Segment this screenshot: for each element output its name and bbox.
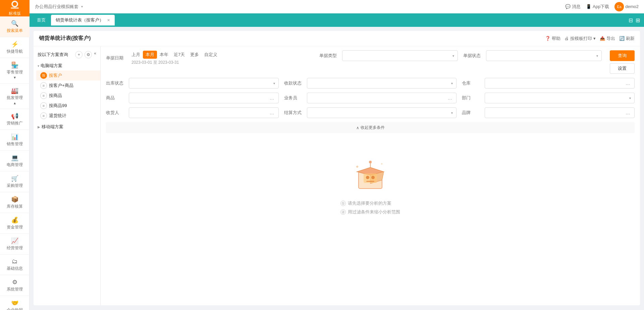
receipt-status-control[interactable]: ▾ [307, 78, 457, 89]
staff-control[interactable]: … [307, 93, 457, 103]
sidebar-item-quicknav[interactable]: ⚡ 快捷导航 [0, 37, 30, 58]
sidebar-logo: 标准版 [0, 0, 30, 16]
scheme-item-bygoods99[interactable]: ≡ 按商品99 [36, 101, 100, 111]
sidebar-marketing-label: 营销推广 [7, 120, 23, 126]
date-btn-thisyear[interactable]: 本年 [157, 50, 171, 59]
system-icon: ⚙ [12, 278, 17, 286]
brand-dots: … [626, 110, 631, 115]
scheme-add-btn[interactable]: + [75, 51, 83, 58]
out-status-control[interactable]: ▾ [129, 78, 279, 89]
scheme-collapse-btn[interactable]: « [94, 51, 96, 58]
svg-text:✦: ✦ [380, 162, 383, 166]
message-label: 消息 [572, 4, 581, 10]
inventory-icon: 📦 [11, 196, 18, 203]
order-type-label: 单据类型 [319, 53, 339, 59]
tab-minimize-btn[interactable]: ⊟ [629, 17, 633, 23]
tab-maximize-btn[interactable]: ⊞ [636, 17, 640, 23]
scheme-tools: + ⚙ « [75, 51, 96, 58]
sidebar-item-inventory[interactable]: 📦 库存核算 [0, 192, 30, 213]
date-btn-7days[interactable]: 近7天 [171, 50, 187, 59]
filter-row-3: 商品 … 业务员 … [106, 93, 635, 103]
scheme-item-bygoods[interactable]: ≡ 按商品 [36, 91, 100, 101]
purchase-icon: 🛒 [11, 175, 18, 182]
order-status-control[interactable]: ▾ [486, 50, 602, 61]
scheme-item-bycustomergoods[interactable]: ≡ 按客户+商品 [36, 81, 100, 91]
recipient-dots: … [270, 110, 275, 115]
order-type-control[interactable]: ▾ [342, 50, 458, 61]
sidebar-item-base[interactable]: 🗂 基础信息 [0, 255, 30, 275]
sidebar-ecom-label: 电商管理 [7, 162, 23, 168]
tabbar: 首页 销货单统计表（按客户） ✕ ⊟ ⊞ [30, 13, 644, 27]
query-btn[interactable]: 查询 [610, 50, 635, 61]
receipt-status-label: 收款状态 [284, 80, 304, 86]
help-btn[interactable]: ❓ 帮助 [545, 36, 560, 42]
scheme-item-bygoods99-label: 按商品99 [49, 103, 67, 109]
user-menu[interactable]: Ea demo2 [614, 2, 639, 11]
department-field: 部门 ▾ [462, 93, 635, 103]
sidebar-search-label: 搜索菜单 [7, 28, 23, 34]
warehouse-control[interactable]: … [485, 78, 635, 89]
date-btn-lastmonth[interactable]: 上月 [129, 50, 143, 59]
date-btn-more[interactable]: 更多 [187, 50, 202, 59]
recipient-control[interactable]: … [129, 107, 279, 118]
ecom-icon: 💻 [11, 154, 18, 161]
sidebar-wholesale-label: 批发管理 [7, 95, 23, 101]
tab-home[interactable]: 首页 [32, 15, 50, 25]
topbar-dropdown-arrow[interactable]: ▾ [81, 5, 83, 8]
sidebar-item-purchase[interactable]: 🛒 采购管理 [0, 171, 30, 192]
sidebar-item-system[interactable]: ⚙ 系统管理 [0, 275, 30, 296]
scheme-settings-btn[interactable]: ⚙ [85, 51, 92, 58]
sidebar-item-ecom[interactable]: 💻 电商管理 [0, 151, 30, 171]
sidebar-purchase-label: 采购管理 [7, 183, 23, 189]
page-title: 销货单统计表(按客户) [39, 35, 91, 42]
sidebar-item-enterprise[interactable]: 🤝 企业协同 [0, 296, 30, 310]
sidebar-item-finance[interactable]: 💰 资金管理 [0, 213, 30, 234]
scheme-item-returns[interactable]: ≡ 退货统计 [36, 111, 100, 121]
operations-icon: 📈 [11, 237, 18, 245]
main-area: 办公用品行业模拟账套 ▾ 💬 消息 📱 App下载 Ea demo2 首页 [30, 0, 644, 310]
logo-text: 标准版 [9, 11, 21, 16]
app-download-label: App下载 [593, 4, 609, 10]
sidebar-inventory-label: 库存核算 [7, 204, 23, 209]
date-label: 单据日期 [106, 55, 126, 61]
print-btn[interactable]: 🖨 按模板打印 ▾ [565, 36, 596, 42]
app-download-btn[interactable]: 📱 App下载 [586, 4, 609, 10]
scheme-items-desktop: 按 按客户 ≡ 按客户+商品 ≡ 按商品 [34, 70, 100, 121]
settings-btn[interactable]: 设置 [610, 63, 635, 74]
scheme-group-desktop-label: 电脑端方案 [41, 63, 62, 69]
scheme-group-desktop-header[interactable]: ▾ 电脑端方案 [34, 61, 100, 70]
date-btn-custom[interactable]: 自定义 [202, 50, 220, 59]
export-icon: 📤 [600, 36, 605, 41]
sales-icon: 📊 [11, 133, 18, 141]
enterprise-icon: 🤝 [11, 299, 18, 307]
tab-close-btn[interactable]: ✕ [107, 18, 110, 22]
settlement-control[interactable]: ▾ [307, 107, 457, 118]
tab-sales-stat[interactable]: 销货单统计表（按客户） ✕ [51, 15, 115, 25]
tab-home-label: 首页 [37, 17, 46, 23]
sidebar-item-wholesale[interactable]: 🏭 批发管理 ▴ [0, 84, 30, 109]
sidebar-item-search[interactable]: 🔍 搜索菜单 [0, 16, 30, 37]
message-btn[interactable]: 💬 消息 [565, 4, 581, 10]
refresh-icon: 🔄 [619, 36, 625, 41]
sidebar-item-marketing[interactable]: 📢 营销推广 [0, 109, 30, 130]
svg-point-6 [371, 176, 375, 179]
recipient-label: 收货人 [106, 110, 126, 116]
print-arrow: ▾ [593, 36, 596, 41]
department-control[interactable]: ▾ [485, 93, 635, 103]
date-btn-thismonth[interactable]: 本月 [143, 51, 157, 59]
finance-icon: 💰 [11, 216, 18, 224]
refresh-btn[interactable]: 🔄 刷新 [619, 36, 635, 42]
sidebar-finance-label: 资金管理 [7, 224, 23, 230]
tip-text-2: 用过滤条件来缩小分析范围 [348, 208, 400, 216]
sidebar-item-retail[interactable]: 🏪 零售管理 ▾ [0, 58, 30, 84]
brand-control[interactable]: … [485, 107, 635, 118]
collapse-bar[interactable]: ∧ 收起更多条件 [106, 122, 635, 133]
scheme-header: 按以下方案查询 + ⚙ « [34, 49, 100, 60]
export-btn[interactable]: 📤 导出 [600, 36, 615, 42]
scheme-item-bycustomer[interactable]: 按 按客户 [36, 70, 100, 81]
goods-control[interactable]: … [129, 93, 279, 103]
sidebar-item-operations[interactable]: 📈 经营管理 [0, 234, 30, 255]
receipt-status-arrow: ▾ [451, 82, 453, 85]
scheme-group-mobile-header[interactable]: ▶ 移动端方案 [34, 122, 100, 132]
sidebar-item-sales[interactable]: 📊 销售管理 [0, 130, 30, 151]
